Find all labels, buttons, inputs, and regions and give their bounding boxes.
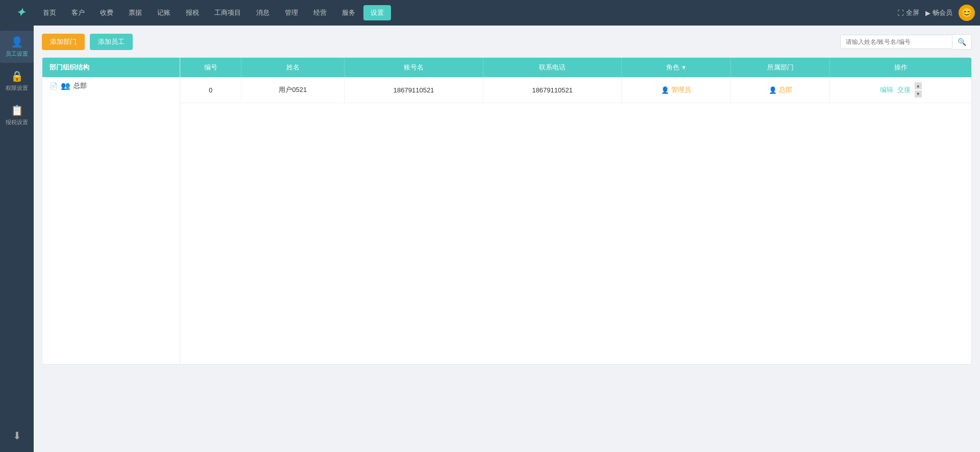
dept-user-icon: 👤 [769, 86, 777, 94]
tree-item-root[interactable]: 📄 👥 总部 [42, 77, 180, 94]
cell-number: 0 [180, 77, 241, 103]
scroll-down-button[interactable]: ▼ [915, 90, 922, 98]
nav-accounting[interactable]: 记账 [150, 5, 178, 20]
nav-operation[interactable]: 经营 [306, 5, 334, 20]
col-number: 编号 [180, 58, 241, 77]
tree-header: 部门组织结构 [42, 58, 180, 77]
nav-message[interactable]: 消息 [249, 5, 277, 20]
content-area: 部门组织结构 📄 👥 总部 编号 姓名 账号名 联系电话 角色 [42, 57, 972, 365]
sidebar-download[interactable]: ⬇ [0, 424, 34, 447]
sidebar-employee-label: 员工设置 [6, 50, 28, 58]
vip-button[interactable]: ▶ 畅会员 [925, 8, 952, 17]
nav-menu: 首页 客户 收费 票据 记账 报税 工商项目 消息 管理 经营 服务 设置 [36, 5, 897, 20]
nav-settings[interactable]: 设置 [363, 5, 391, 20]
role-label: 管理员 [671, 85, 691, 94]
transfer-link[interactable]: 交接 [897, 85, 911, 94]
scroll-buttons: ▲ ▼ [915, 82, 922, 98]
vip-icon: ▶ [925, 9, 930, 17]
add-employee-button[interactable]: 添加员工 [90, 34, 133, 50]
avatar[interactable]: 😊 [959, 5, 975, 21]
edit-link[interactable]: 编辑 [880, 85, 893, 94]
col-account: 账号名 [345, 58, 483, 77]
person-icon: 👥 [61, 81, 70, 90]
tree-item-label: 总部 [74, 81, 87, 90]
fullscreen-icon: ⛶ [897, 9, 904, 17]
search-icon: 🔍 [958, 38, 966, 46]
nav-management[interactable]: 管理 [278, 5, 305, 20]
col-role-label: 角色 [666, 63, 679, 71]
file-icon: 📄 [50, 82, 58, 90]
sidebar-tax-label: 报税设置 [6, 118, 28, 126]
employee-icon: 👤 [11, 36, 23, 48]
cell-role: 👤 管理员 [622, 77, 731, 103]
cell-name: 用户0521 [241, 77, 345, 103]
sidebar-bottom: ⬇ [0, 424, 34, 452]
table-header-row: 编号 姓名 账号名 联系电话 角色 ▼ 所属部门 操作 [180, 58, 971, 77]
sidebar-item-tax[interactable]: 📋 报税设置 [0, 99, 34, 131]
cell-phone: 18679110521 [483, 77, 622, 103]
cell-dept: 👤 总部 [731, 77, 830, 103]
dept-label: 总部 [779, 85, 792, 94]
toolbar: 添加部门 添加员工 🔍 [42, 34, 972, 50]
tax-icon: 📋 [11, 104, 23, 116]
lock-icon: 🔒 [11, 70, 23, 82]
sidebar-permission-label: 权限设置 [6, 84, 28, 92]
nav-right-area: ⛶ 全屏 ▶ 畅会员 😊 [897, 5, 975, 21]
action-links: 编辑 交接 ▲ ▼ [834, 82, 967, 98]
top-navigation: ✦ 首页 客户 收费 票据 记账 报税 工商项目 消息 管理 经营 服务 设置 … [0, 0, 980, 26]
nav-home[interactable]: 首页 [36, 5, 63, 20]
scroll-up-button[interactable]: ▲ [915, 82, 922, 89]
filter-icon: ▼ [681, 64, 687, 70]
sidebar-item-employee[interactable]: 👤 员工设置 [0, 31, 34, 63]
cell-action: 编辑 交接 ▲ ▼ [830, 77, 971, 103]
sidebar-item-permission[interactable]: 🔒 权限设置 [0, 65, 34, 97]
search-input[interactable] [840, 35, 952, 49]
table-row: 0 用户0521 18679110521 18679110521 👤 管理员 [180, 77, 971, 103]
nav-invoice[interactable]: 票据 [121, 5, 149, 20]
nav-billing[interactable]: 收费 [93, 5, 120, 20]
main-content: 添加部门 添加员工 🔍 部门组织结构 📄 👥 总部 编号 [34, 26, 980, 452]
search-button[interactable]: 🔍 [952, 34, 972, 50]
col-dept: 所属部门 [731, 58, 830, 77]
col-phone: 联系电话 [483, 58, 622, 77]
nav-client[interactable]: 客户 [64, 5, 92, 20]
search-bar: 🔍 [840, 34, 972, 50]
left-sidebar: 👤 员工设置 🔒 权限设置 📋 报税设置 ⬇ [0, 26, 34, 452]
role-user-icon: 👤 [661, 86, 669, 94]
col-role[interactable]: 角色 ▼ [622, 58, 731, 77]
add-dept-button[interactable]: 添加部门 [42, 34, 85, 50]
col-name: 姓名 [241, 58, 345, 77]
download-icon: ⬇ [13, 430, 21, 442]
fullscreen-label: 全屏 [906, 8, 919, 17]
col-action: 操作 [830, 58, 971, 77]
nav-tax[interactable]: 报税 [179, 5, 206, 20]
nav-service[interactable]: 服务 [335, 5, 362, 20]
vip-label: 畅会员 [933, 8, 952, 17]
cell-account: 18679110521 [345, 77, 483, 103]
table-panel: 编号 姓名 账号名 联系电话 角色 ▼ 所属部门 操作 0 [180, 58, 971, 364]
app-logo: ✦ [5, 6, 36, 19]
nav-business[interactable]: 工商项目 [207, 5, 248, 20]
fullscreen-button[interactable]: ⛶ 全屏 [897, 8, 919, 17]
employee-table: 编号 姓名 账号名 联系电话 角色 ▼ 所属部门 操作 0 [180, 58, 971, 103]
tree-panel: 部门组织结构 📄 👥 总部 [42, 58, 180, 364]
